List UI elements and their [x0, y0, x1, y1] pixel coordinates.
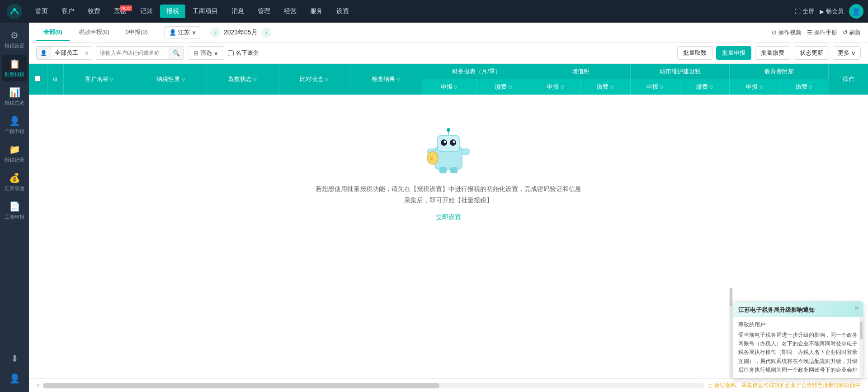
- batch-pay-button[interactable]: 批量缴费: [755, 46, 790, 60]
- bottom-bar: < ⚠ 验证密码、采集信息均成功的企业才会流转至批量报税页面中: [29, 378, 868, 392]
- nav-operation[interactable]: 经营: [278, 5, 303, 18]
- nav-business[interactable]: 工商项目: [186, 5, 224, 18]
- employee-selector[interactable]: 👤 全部员工 ∨: [36, 46, 92, 60]
- notification-title: 江苏电子税务局升级影响通知: [738, 306, 858, 314]
- fullscreen-button[interactable]: ⛶ 全屏: [795, 7, 814, 15]
- nav-home[interactable]: 首页: [29, 5, 54, 18]
- fullscreen-icon: ⛶: [795, 8, 801, 15]
- select-all-header: [29, 64, 47, 95]
- tax-settings-icon: ⚙: [10, 30, 19, 41]
- app-logo[interactable]: [5, 1, 24, 21]
- sidebar-item-tax-records[interactable]: 📁 报税记录: [2, 140, 27, 167]
- account-suite-check[interactable]: [228, 50, 234, 56]
- svg-point-9: [447, 128, 450, 132]
- customer-name-header: 客户名称 ▽: [63, 64, 135, 95]
- prev-month-button[interactable]: ‹: [210, 28, 220, 38]
- nav-message[interactable]: 消息: [225, 5, 250, 18]
- refresh-button[interactable]: ↺ 刷新: [843, 29, 861, 37]
- current-date: 2023年05月: [224, 29, 258, 37]
- person-icon: 👤: [169, 29, 176, 36]
- new-badge: NEW: [120, 5, 132, 11]
- vip-button[interactable]: ▶ 畅会员: [820, 7, 844, 15]
- nav-settings[interactable]: 设置: [330, 5, 355, 18]
- sidebar-label-tax-records: 报税记录: [5, 157, 24, 163]
- notification-scrollbar[interactable]: [859, 317, 863, 378]
- city-declare-header: 申报 ▽: [630, 79, 680, 95]
- operation-manual-button[interactable]: ☰ 操作手册: [807, 29, 837, 37]
- nav-tax[interactable]: 报税: [160, 5, 185, 18]
- edu-pay-header: 缴费 ▽: [779, 79, 829, 95]
- vip-icon: ▶: [820, 8, 824, 15]
- account-suite-checkbox[interactable]: 名下账套: [228, 49, 259, 57]
- download-icon: ⬇: [11, 353, 19, 364]
- filter-arrow-icon: ∨: [214, 50, 218, 57]
- scroll-left-arrow[interactable]: <: [36, 382, 39, 389]
- employee-icon-wrap: 👤: [37, 47, 51, 59]
- settings-header[interactable]: ⚙: [47, 64, 63, 95]
- compare-status-header: 比对状态 ▽: [278, 64, 350, 95]
- manual-icon: ☰: [807, 29, 812, 36]
- tab-tax-declare[interactable]: 税款申报(0): [71, 24, 117, 41]
- fetch-status-header: 取数状态 ▽: [207, 64, 278, 95]
- nav-service[interactable]: 服务: [304, 5, 329, 18]
- sidebar-label-personal-tax: 个税申报: [5, 128, 24, 135]
- next-month-button[interactable]: ›: [261, 28, 271, 38]
- notification-text: 受当前电子税务局进一步升级的影响，同一个政务网账号（办税人）名下的企业不能再同时…: [738, 331, 858, 374]
- svg-point-4: [441, 139, 447, 146]
- more-arrow-icon: ∨: [851, 50, 856, 57]
- sidebar-item-settlement[interactable]: 💰 汇算清缴: [2, 169, 27, 196]
- svg-point-6: [444, 141, 446, 143]
- sidebar-item-personal-tax[interactable]: 👤 个税申报: [2, 112, 27, 139]
- employee-icon: 👤: [40, 50, 47, 56]
- svg-rect-11: [461, 149, 469, 154]
- filter-button[interactable]: ⊞ 筛选 ∨: [188, 46, 224, 60]
- nav-accounting[interactable]: 记账: [134, 5, 159, 18]
- sidebar-item-tax-settings[interactable]: ⚙ 报税设置: [2, 26, 27, 53]
- nav-customer[interactable]: 客户: [55, 5, 80, 18]
- sidebar-label-batch-tax: 批量报税: [5, 71, 24, 78]
- user-avatar[interactable]: 👤: [849, 4, 863, 19]
- tab-zero-declare[interactable]: 0申报(0): [118, 24, 155, 41]
- search-button[interactable]: 🔍: [169, 47, 184, 59]
- search-input[interactable]: [96, 50, 169, 56]
- more-button[interactable]: 更多 ∨: [833, 46, 861, 60]
- notification-scroll-thumb: [860, 321, 863, 340]
- horizontal-scrollbar[interactable]: [43, 383, 704, 388]
- operation-video-button[interactable]: ⊙ 操作视频: [772, 29, 802, 37]
- employee-label: 全部员工: [51, 49, 82, 57]
- sidebar-item-annual-report[interactable]: 📄 工商年报: [2, 197, 27, 224]
- robot-illustration: ¥: [421, 122, 476, 176]
- setup-link[interactable]: 立即设置: [436, 213, 461, 221]
- sidebar-item-batch-tax[interactable]: 📋 批量报税: [2, 55, 27, 81]
- sidebar-label-tax-summary: 报税总览: [5, 100, 24, 106]
- batch-declare-button[interactable]: 批量申报: [716, 46, 751, 60]
- settlement-icon: 💰: [9, 172, 20, 183]
- user-icon: 👤: [9, 373, 20, 384]
- vat-header: 增值税: [531, 64, 630, 79]
- select-all-checkbox[interactable]: [35, 76, 41, 81]
- sidebar-label-annual-report: 工商年报: [5, 214, 24, 220]
- batch-fetch-button[interactable]: 批量取数: [677, 46, 712, 60]
- province-selector[interactable]: 👤 江苏 ∨: [164, 26, 201, 39]
- top-navigation: 首页 客户 收费 票据 NEW 记账 报税 工商项目 消息 管理 经营 服务 设…: [0, 0, 868, 23]
- sidebar-label-tax-settings: 报税设置: [5, 43, 24, 49]
- svg-rect-15: [450, 167, 458, 173]
- sidebar-item-tax-summary[interactable]: 📊 报税总览: [2, 83, 27, 110]
- toolbar-right: 批量取数 批量申报 批量缴费 状态更新 更多 ∨: [677, 46, 861, 60]
- tab-all[interactable]: 全部(0): [36, 24, 70, 41]
- nav-fee[interactable]: 收费: [81, 5, 107, 18]
- nav-management[interactable]: 管理: [251, 5, 277, 18]
- sidebar-download[interactable]: ⬇: [2, 349, 27, 368]
- tax-records-icon: 📁: [9, 144, 20, 155]
- fin-declare-header: 申报 ▽: [422, 79, 476, 95]
- status-update-button[interactable]: 状态更新: [794, 46, 829, 60]
- notification-close-button[interactable]: ✕: [854, 304, 859, 311]
- notification-panel: 江苏电子税务局升级影响通知 ✕ 尊敬的用户: 受当前电子税务局进一步升级的影响，…: [732, 301, 863, 378]
- vat-pay-header: 缴费 ▽: [580, 79, 630, 95]
- svg-point-7: [453, 141, 455, 143]
- personal-tax-icon: 👤: [9, 115, 20, 126]
- data-table: ⚙ 客户名称 ▽ 纳税性质 ▽ 取数状态 ▽ 比对状态 ▽: [29, 64, 868, 249]
- nav-invoice[interactable]: 票据 NEW: [108, 5, 133, 18]
- search-icon: 🔍: [173, 50, 180, 57]
- sidebar-user[interactable]: 👤: [2, 369, 27, 387]
